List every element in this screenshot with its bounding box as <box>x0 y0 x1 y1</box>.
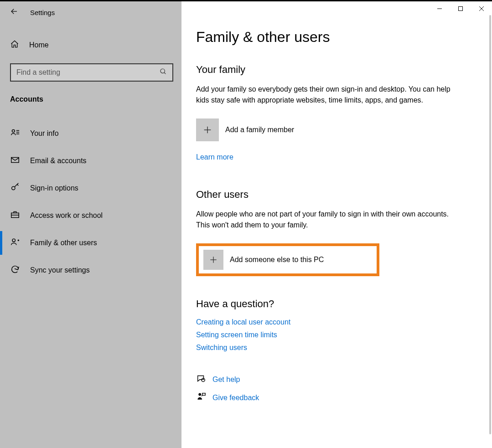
sidebar-nav: Your info Email & accounts Sign-in optio… <box>0 120 181 284</box>
give-feedback-label: Give feedback <box>212 394 259 402</box>
svg-line-27 <box>202 395 202 396</box>
other-users-body: Allow people who are not part of your fa… <box>196 209 451 231</box>
svg-rect-7 <box>11 158 19 163</box>
sidebar-item-label: Your info <box>30 129 59 138</box>
scrollbar[interactable] <box>489 15 491 434</box>
svg-rect-17 <box>459 7 463 11</box>
svg-point-1 <box>161 69 165 73</box>
app-title: Settings <box>30 9 55 16</box>
caption-buttons <box>429 1 492 16</box>
page-title: Family & other users <box>196 29 476 46</box>
sidebar-home[interactable]: Home <box>0 34 181 56</box>
sidebar-item-access-work[interactable]: Access work or school <box>0 202 181 229</box>
svg-point-8 <box>12 186 15 190</box>
chat-icon <box>196 374 206 386</box>
svg-point-24 <box>202 378 205 381</box>
question-link-local-account[interactable]: Creating a local user account <box>196 318 476 326</box>
key-icon <box>10 182 20 194</box>
home-icon <box>10 40 19 51</box>
main-pane: Family & other users Your family Add you… <box>181 1 492 448</box>
sidebar-item-label: Access work or school <box>30 211 103 220</box>
feedback-icon <box>196 392 206 404</box>
family-heading: Your family <box>196 64 476 76</box>
sidebar-item-email-accounts[interactable]: Email & accounts <box>0 147 181 175</box>
svg-point-3 <box>12 129 15 132</box>
add-someone-else-button[interactable]: Add someone else to this PC <box>196 243 379 276</box>
get-help-label: Get help <box>212 376 240 384</box>
mail-icon <box>10 155 20 167</box>
sidebar-item-your-info[interactable]: Your info <box>0 120 181 147</box>
sidebar-item-signin-options[interactable]: Sign-in options <box>0 175 181 202</box>
family-body: Add your family so everybody gets their … <box>196 84 451 106</box>
minimize-button[interactable] <box>429 1 450 16</box>
sidebar: Settings Home Accounts Your info <box>0 1 181 448</box>
get-help-link[interactable]: Get help <box>196 374 476 386</box>
briefcase-icon <box>10 210 20 221</box>
give-feedback-link[interactable]: Give feedback <box>196 392 476 404</box>
close-button[interactable] <box>471 1 492 16</box>
add-someone-else-label: Add someone else to this PC <box>230 256 324 264</box>
learn-more-link[interactable]: Learn more <box>196 153 233 161</box>
other-users-heading: Other users <box>196 189 476 201</box>
svg-point-25 <box>199 393 202 396</box>
sidebar-item-family-other-users[interactable]: Family & other users <box>0 229 181 257</box>
sidebar-item-label: Email & accounts <box>30 157 87 165</box>
question-heading: Have a question? <box>196 298 476 310</box>
sidebar-item-label: Family & other users <box>30 239 97 247</box>
back-icon[interactable] <box>10 7 18 17</box>
question-links: Creating a local user account Setting sc… <box>196 318 476 352</box>
sidebar-item-sync-settings[interactable]: Sync your settings <box>0 257 181 284</box>
search-icon <box>160 68 167 77</box>
add-family-member-button[interactable]: Add a family member <box>196 118 476 141</box>
titlebar: Settings <box>0 1 181 23</box>
plus-icon <box>196 118 219 141</box>
question-link-screen-time[interactable]: Setting screen time limits <box>196 331 476 339</box>
sidebar-item-label: Sign-in options <box>30 184 78 192</box>
svg-rect-26 <box>202 393 205 396</box>
home-label: Home <box>29 41 49 49</box>
content: Family & other users Your family Add you… <box>181 1 492 448</box>
search-input[interactable] <box>10 63 173 82</box>
sync-icon <box>10 264 20 276</box>
people-plus-icon <box>10 237 20 249</box>
svg-line-2 <box>164 72 166 74</box>
maximize-button[interactable] <box>450 1 471 16</box>
plus-icon <box>203 250 223 270</box>
search-wrap <box>10 63 173 82</box>
svg-line-10 <box>17 185 19 186</box>
add-family-member-label: Add a family member <box>225 126 294 134</box>
svg-point-13 <box>12 239 15 242</box>
sidebar-item-label: Sync your settings <box>30 266 90 274</box>
sidebar-section-label: Accounts <box>10 95 181 103</box>
question-link-switching-users[interactable]: Switching users <box>196 344 476 352</box>
person-card-icon <box>10 128 20 139</box>
